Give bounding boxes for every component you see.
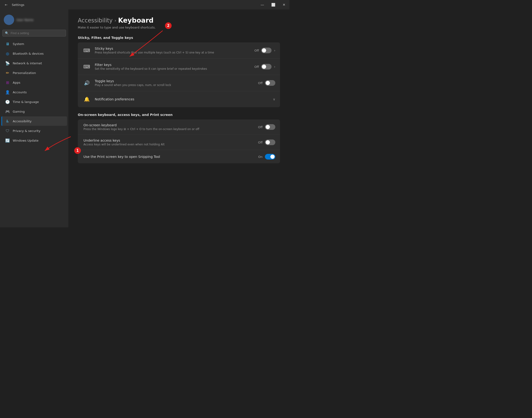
row-onscreen-keyboard[interactable]: On-screen keyboard Press the Windows log… — [78, 119, 280, 135]
toggle-print-screen[interactable] — [265, 154, 275, 160]
sidebar-item-gaming[interactable]: 🎮 Gaming — [1, 107, 67, 116]
nav-icon-apps: ⊞ — [5, 80, 10, 85]
minimize-button[interactable]: — — [257, 0, 268, 10]
nav-label-bluetooth: Bluetooth & devices — [13, 52, 44, 55]
nav-label-system: System — [13, 42, 24, 46]
close-button[interactable]: ✕ — [279, 0, 289, 10]
breadcrumb-parent[interactable]: Accessibility — [78, 17, 113, 24]
nav-icon-system: 🖥 — [5, 41, 10, 46]
row-filter-keys[interactable]: ⌨ Filter keys Set the sensitivity of the… — [78, 59, 280, 75]
nav-label-windows-update: Windows Update — [13, 139, 38, 142]
sidebar-item-windows-update[interactable]: 🔄 Windows Update — [1, 136, 67, 145]
nav-label-personalization: Personalization — [13, 71, 36, 75]
row-underline-access-keys[interactable]: Underline access keys Access keys will b… — [78, 135, 280, 150]
nav-icon-time: 🕐 — [5, 99, 10, 104]
sidebar-item-system[interactable]: 🖥 System — [1, 39, 67, 48]
row-print-screen[interactable]: Use the Print screen key to open Snippin… — [78, 150, 280, 163]
breadcrumb: Accessibility › Keyboard — [78, 16, 280, 24]
nav-icon-network: 📡 — [5, 61, 10, 66]
nav-icon-accessibility: ♿ — [5, 119, 10, 124]
app-title: Settings — [12, 3, 24, 7]
page-subtitle: Make it easier to type and use keyboard … — [78, 26, 280, 29]
toggle-thumb-onscreen-keyboard — [266, 125, 270, 129]
row-icon-toggle-keys: 🔊 — [83, 79, 91, 87]
back-button[interactable]: ← — [3, 1, 10, 8]
toggle-label-print-screen: On — [258, 155, 263, 159]
row-sticky-keys[interactable]: ⌨ Sticky keys Press keyboard shortcuts t… — [78, 42, 280, 59]
row-title-toggle-keys: Toggle keys — [95, 79, 254, 83]
main-content: Accessibility › Keyboard Make it easier … — [68, 10, 289, 227]
toggle-thumb-filter-keys — [262, 65, 266, 69]
row-title-notification-prefs: Notification preferences — [95, 97, 269, 101]
row-notification-prefs[interactable]: 🔔 Notification preferences ∨ — [78, 91, 280, 107]
sidebar-item-time[interactable]: 🕐 Time & language — [1, 97, 67, 106]
row-title-sticky-keys: Sticky keys — [95, 47, 250, 50]
sidebar-item-network[interactable]: 📡 Network & internet — [1, 58, 67, 68]
toggle-sticky-keys[interactable] — [261, 47, 272, 53]
toggle-label-underline-access-keys: Off — [258, 141, 263, 144]
breadcrumb-current: Keyboard — [118, 16, 154, 24]
search-input[interactable] — [11, 31, 63, 35]
toggle-thumb-underline-access-keys — [266, 140, 270, 144]
row-desc-sticky-keys: Press keyboard shortcuts that use multip… — [95, 51, 250, 54]
row-desc-onscreen-keyboard: Press the Windows logo key ⊞ + Ctrl + O … — [83, 128, 254, 131]
row-right-underline-access-keys: Off — [258, 139, 275, 145]
toggle-thumb-sticky-keys — [262, 48, 266, 53]
toggle-thumb-toggle-keys — [266, 81, 270, 85]
row-title-onscreen-keyboard: On-screen keyboard — [83, 123, 254, 127]
row-title-underline-access-keys: Underline access keys — [83, 139, 254, 142]
chevron-sticky-keys: › — [274, 48, 275, 52]
avatar — [4, 15, 14, 25]
row-right-onscreen-keyboard: Off — [258, 124, 275, 130]
app-layout: User Name 🔍 🖥 System ◎ Bluetooth & devic… — [0, 10, 289, 227]
search-box[interactable]: 🔍 — [2, 30, 66, 36]
toggle-toggle-keys[interactable] — [265, 80, 275, 86]
sidebar: User Name 🔍 🖥 System ◎ Bluetooth & devic… — [0, 10, 68, 227]
row-desc-toggle-keys: Play a sound when you press caps, num, o… — [95, 83, 254, 87]
nav-icon-windows-update: 🔄 — [5, 138, 10, 143]
row-title-print-screen: Use the Print screen key to open Snippin… — [83, 155, 255, 159]
nav-label-accounts: Accounts — [13, 91, 27, 94]
row-title-filter-keys: Filter keys — [95, 63, 250, 67]
search-icon: 🔍 — [5, 31, 9, 35]
sidebar-item-accounts[interactable]: 👤 Accounts — [1, 87, 67, 97]
row-icon-filter-keys: ⌨ — [83, 62, 91, 71]
breadcrumb-separator: › — [115, 18, 116, 23]
avatar-name: User Name — [16, 18, 34, 22]
nav-icon-privacy: 🛡 — [5, 128, 10, 133]
toggle-underline-access-keys[interactable] — [265, 139, 275, 145]
toggle-onscreen-keyboard[interactable] — [265, 124, 275, 130]
nav-list: 🖥 System ◎ Bluetooth & devices 📡 Network… — [0, 39, 68, 145]
window-controls: — ⬜ ✕ — [257, 0, 289, 10]
nav-label-accessibility: Accessibility — [13, 119, 32, 123]
row-right-sticky-keys: Off › — [254, 47, 275, 53]
toggle-thumb-print-screen — [270, 155, 275, 159]
toggle-label-toggle-keys: Off — [258, 81, 263, 85]
sidebar-item-accessibility[interactable]: ♿ Accessibility — [1, 116, 67, 126]
sidebar-item-apps[interactable]: ⊞ Apps — [1, 78, 67, 87]
sidebar-item-bluetooth[interactable]: ◎ Bluetooth & devices — [1, 49, 67, 58]
row-right-toggle-keys: Off — [258, 80, 275, 86]
titlebar: ← Settings — ⬜ ✕ — [0, 0, 289, 10]
expand-icon-notification-prefs: ∨ — [273, 97, 275, 101]
nav-icon-bluetooth: ◎ — [5, 51, 10, 56]
row-desc-filter-keys: Set the sensitivity of the keyboard so i… — [95, 67, 250, 70]
row-right-print-screen: On — [258, 154, 275, 160]
nav-label-network: Network & internet — [13, 61, 42, 65]
nav-icon-personalization: ✏ — [5, 70, 10, 75]
nav-label-privacy: Privacy & security — [13, 129, 40, 133]
row-icon-notification-prefs: 🔔 — [83, 95, 91, 104]
maximize-button[interactable]: ⬜ — [268, 0, 279, 10]
sidebar-item-privacy[interactable]: 🛡 Privacy & security — [1, 126, 67, 136]
toggle-label-sticky-keys: Off — [254, 49, 259, 52]
section1-card: ⌨ Sticky keys Press keyboard shortcuts t… — [78, 42, 280, 107]
row-toggle-keys[interactable]: 🔊 Toggle keys Play a sound when you pres… — [78, 75, 280, 91]
nav-label-gaming: Gaming — [13, 110, 25, 113]
row-right-notification-prefs: ∨ — [273, 97, 275, 101]
toggle-label-filter-keys: Off — [254, 65, 259, 69]
nav-label-time: Time & language — [13, 100, 39, 104]
toggle-filter-keys[interactable] — [261, 64, 272, 70]
user-profile[interactable]: User Name — [0, 12, 68, 30]
sidebar-item-personalization[interactable]: ✏ Personalization — [1, 68, 67, 78]
toggle-label-onscreen-keyboard: Off — [258, 125, 263, 129]
